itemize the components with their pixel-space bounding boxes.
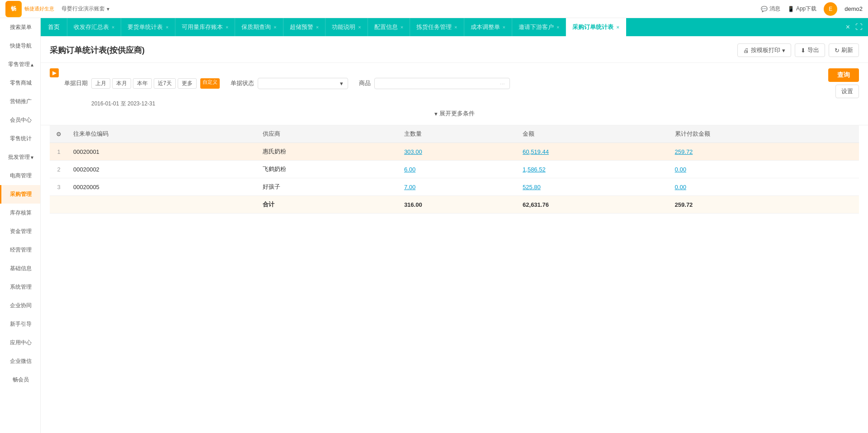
date-this-month-button[interactable]: 本月 xyxy=(112,78,131,89)
tab-close-icon[interactable]: × xyxy=(616,24,619,30)
avatar[interactable]: E xyxy=(824,2,837,16)
tab-close-icon[interactable]: × xyxy=(165,24,168,30)
tab-home[interactable]: 首页 xyxy=(41,18,67,36)
logo-abbr: 畅 xyxy=(11,5,16,13)
sidebar-item-system[interactable]: 系统管理 xyxy=(0,278,40,296)
tab-close-icon[interactable]: × xyxy=(112,24,114,30)
sidebar-item-quicknav[interactable]: 快捷导航 xyxy=(0,37,40,55)
close-all-tabs-button[interactable]: × xyxy=(844,21,852,33)
tab-close-icon[interactable]: × xyxy=(401,24,403,30)
row-supplier: 惠氏奶粉 xyxy=(257,143,398,161)
sidebar-item-marketing[interactable]: 营销推广 xyxy=(0,92,40,111)
tab-label: 邀请下游客户 xyxy=(519,23,554,31)
tab-label: 成本调整单 xyxy=(471,23,500,31)
sidebar-item-retail-stats[interactable]: 零售统计 xyxy=(0,129,40,148)
status-select[interactable]: ▾ xyxy=(258,78,348,89)
settings-button[interactable]: 设置 xyxy=(835,85,859,98)
tab-function-desc[interactable]: 功能说明 × xyxy=(326,18,368,36)
date-last-month-button[interactable]: 上月 xyxy=(91,78,110,89)
tab-invite-downstream[interactable]: 邀请下游客户 × xyxy=(512,18,566,36)
print-button[interactable]: 🖨 按模板打印 ▾ xyxy=(737,43,791,57)
sidebar-item-wholesale[interactable]: 批发管理 ▾ xyxy=(0,148,40,167)
tab-config-info[interactable]: 配置信息 × xyxy=(368,18,410,36)
sidebar-item-label: 快捷导航 xyxy=(5,42,37,50)
tab-requisition-stats[interactable]: 要货单统计表 × xyxy=(121,18,175,36)
paid-link[interactable]: 0.00 xyxy=(675,166,686,173)
row-supplier: 飞鹤奶粉 xyxy=(257,161,398,178)
refresh-label: 刷新 xyxy=(841,46,853,54)
logo-area: 畅 畅捷通好生意 xyxy=(5,1,54,17)
date-more-button[interactable]: 更多 xyxy=(178,78,197,89)
app-download-button[interactable]: 📱 App下载 xyxy=(788,5,816,13)
custom-date-badge: 自定义 xyxy=(200,78,220,89)
footer-empty-2 xyxy=(68,196,257,214)
content-area: 首页 收发存汇总表 × 要货单统计表 × 可用量库存账本 × 保质期查询 × 超… xyxy=(41,18,868,433)
sidebar-item-label: 企业协同 xyxy=(5,302,37,309)
filter-collapse-button[interactable]: ▶ xyxy=(50,68,59,77)
sidebar-item-member-card[interactable]: 畅会员 xyxy=(0,371,40,389)
refresh-button[interactable]: ↻ 刷新 xyxy=(829,43,859,57)
tab-close-icon[interactable]: × xyxy=(274,24,276,30)
table-row: 2 00020002 飞鹤奶粉 6.00 1,586.52 0.00 xyxy=(50,161,859,178)
qty-link[interactable]: 303.00 xyxy=(404,148,422,155)
expand-label: 展开更多条件 xyxy=(439,109,475,118)
sidebar-item-purchase[interactable]: 采购管理 xyxy=(0,185,40,204)
sidebar-item-app-center[interactable]: 应用中心 xyxy=(0,333,40,352)
tab-cost-adjustment[interactable]: 成本调整单 × xyxy=(464,18,512,36)
workspace-selector[interactable]: 母婴行业演示账套 ▾ xyxy=(58,3,113,14)
table-footer-row: 合计 316.00 62,631.76 259.72 xyxy=(50,196,859,214)
sidebar-item-newbie[interactable]: 新手引导 xyxy=(0,315,40,333)
message-button[interactable]: 💬 消息 xyxy=(761,5,780,13)
export-button[interactable]: ⬇ 导出 xyxy=(795,43,825,57)
tab-close-icon[interactable]: × xyxy=(358,24,361,30)
tab-overstock-warning[interactable]: 超储预警 × xyxy=(283,18,326,36)
date-7days-button[interactable]: 近7天 xyxy=(154,78,176,89)
sidebar-item-member[interactable]: 会员中心 xyxy=(0,111,40,129)
status-filter: 单据状态 ▾ xyxy=(231,78,348,89)
tab-close-icon[interactable]: × xyxy=(316,24,319,30)
date-quick-buttons: 上月 本月 本年 近7天 更多 自定义 xyxy=(91,78,220,89)
tab-shelf-life[interactable]: 保质期查询 × xyxy=(235,18,283,36)
nav-tabs: 首页 收发存汇总表 × 要货单统计表 × 可用量库存账本 × 保质期查询 × 超… xyxy=(41,18,868,36)
sidebar-item-basic-info[interactable]: 基础信息 xyxy=(0,259,40,278)
sidebar-item-label: 企业微信 xyxy=(5,357,37,365)
query-button[interactable]: 查询 xyxy=(828,68,859,82)
table-settings-header[interactable]: ⚙ xyxy=(50,125,68,143)
sidebar-item-inventory[interactable]: 库存核算 xyxy=(0,204,40,222)
sidebar-item-search[interactable]: 搜索菜单 xyxy=(0,18,40,37)
tab-close-icon[interactable]: × xyxy=(557,24,559,30)
select-arrow-icon: ▾ xyxy=(340,80,343,87)
tab-close-icon[interactable]: × xyxy=(454,24,457,30)
maximize-button[interactable]: ⛶ xyxy=(854,21,864,33)
paid-link[interactable]: 259.72 xyxy=(675,148,693,155)
qty-link[interactable]: 6.00 xyxy=(404,166,415,173)
tab-pick-task[interactable]: 拣货任务管理 × xyxy=(410,18,464,36)
col-amount: 金额 xyxy=(517,125,670,143)
sidebar-item-retail-shop[interactable]: 零售商城 xyxy=(0,74,40,92)
amount-link[interactable]: 60,519.44 xyxy=(523,148,549,155)
sidebar-item-label: 新手引导 xyxy=(5,320,37,328)
goods-input[interactable]: ··· xyxy=(374,78,510,89)
amount-link[interactable]: 525.80 xyxy=(523,184,541,190)
sidebar-item-finance[interactable]: 资金管理 xyxy=(0,222,40,241)
tab-stock-summary[interactable]: 收发存汇总表 × xyxy=(67,18,121,36)
tab-close-icon[interactable]: × xyxy=(226,24,228,30)
footer-label: 合计 xyxy=(257,196,398,214)
sidebar-item-operations[interactable]: 经营管理 xyxy=(0,241,40,259)
row-paid: 0.00 xyxy=(670,178,859,196)
sidebar-item-ecommerce[interactable]: 电商管理 xyxy=(0,167,40,185)
qty-link[interactable]: 7.00 xyxy=(404,184,415,190)
sidebar-item-enterprise-wechat[interactable]: 企业微信 xyxy=(0,352,40,371)
tab-available-inventory[interactable]: 可用量库存账本 × xyxy=(175,18,235,36)
chevron-down-icon: ▾ xyxy=(31,154,33,161)
sidebar-item-enterprise-collab[interactable]: 企业协同 xyxy=(0,296,40,315)
paid-link[interactable]: 0.00 xyxy=(675,184,686,190)
tab-purchase-order-stats[interactable]: 采购订单统计表 × xyxy=(566,18,626,36)
amount-link[interactable]: 1,586.52 xyxy=(523,166,546,173)
sidebar-item-retail-mgmt[interactable]: 零售管理 ▴ xyxy=(0,55,40,74)
user-name[interactable]: demo2 xyxy=(844,5,863,12)
tab-close-icon[interactable]: × xyxy=(503,24,505,30)
date-this-year-button[interactable]: 本年 xyxy=(133,78,152,89)
expand-filters-button[interactable]: ▾ 展开更多条件 xyxy=(434,109,475,118)
table-row: 1 00020001 惠氏奶粉 303.00 60,519.44 259.72 xyxy=(50,143,859,161)
